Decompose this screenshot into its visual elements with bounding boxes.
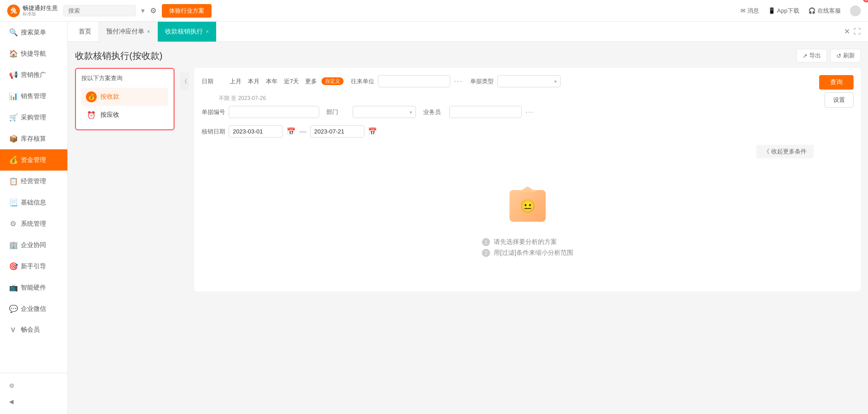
purchase-icon: 🛒 [9, 113, 17, 122]
dropdown-icon[interactable]: ▾ [141, 6, 145, 15]
sidebar-item-finance[interactable]: 💰 资金管理 [0, 149, 67, 171]
export-button[interactable]: ↗ 导出 [797, 49, 827, 62]
tab-receipt-cancel[interactable]: 收款核销执行 × [158, 22, 217, 42]
basic-icon: 📃 [9, 198, 17, 207]
filter-option-by-receipt[interactable]: 💰 按收款 [81, 88, 168, 106]
doc-no-field: 单据编号 [202, 106, 319, 118]
online-service-button[interactable]: 🎧 在线客服 [808, 7, 841, 15]
topbar-settings-icon[interactable]: ⚙ [150, 6, 156, 15]
collapse-more-button[interactable]: 《 收起更多条件 [756, 145, 814, 158]
wechat-icon: 💬 [9, 305, 17, 313]
refresh-button[interactable]: ↺ 刷新 [830, 49, 861, 62]
staff-input[interactable] [449, 106, 522, 118]
date-this-month[interactable]: 本月 [246, 76, 261, 86]
doc-type-label: 单据类型 [470, 77, 494, 86]
cancel-date-start[interactable] [229, 125, 283, 138]
tab-prepay[interactable]: 预付冲应付单 × [99, 22, 158, 42]
by-receipt-label: 按收款 [100, 93, 119, 101]
sidebar-item-member[interactable]: V 畅会员 [0, 319, 67, 340]
tip-1-text: 请先选择要分析的方案 [494, 238, 557, 246]
messages-button[interactable]: ✉ 消息 99+ [741, 7, 759, 15]
sidebar-item-hardware[interactable]: 📺 智能硬件 [0, 277, 67, 298]
cancel-date-end[interactable] [310, 125, 364, 138]
query-button[interactable]: 查询 [819, 75, 854, 90]
by-receivable-label: 按应收 [100, 111, 119, 119]
sidebar-item-basic[interactable]: 📃 基础信息 [0, 192, 67, 213]
sidebar-item-search[interactable]: 🔍 搜索菜单 [0, 22, 67, 43]
dept-select-wrapper[interactable] [353, 106, 416, 118]
by-receivable-icon: ⏰ [86, 109, 97, 120]
date-last-month[interactable]: 上月 [228, 76, 243, 86]
dept-select[interactable] [353, 106, 416, 118]
tab-prepay-label: 预付冲应付单 [106, 28, 144, 36]
tip-1-num: 1 [482, 238, 490, 246]
hardware-icon: 📺 [9, 283, 17, 292]
sidebar-item-wechat[interactable]: 💬 企业微信 [0, 298, 67, 319]
filter-option-by-receivable[interactable]: ⏰ 按应收 [81, 106, 168, 124]
collapse-icon: ◀ [9, 398, 14, 405]
counterparty-dots[interactable]: ··· [454, 77, 462, 86]
sidebar-item-guide[interactable]: 🎯 新手引导 [0, 256, 67, 277]
staff-dots[interactable]: ··· [525, 108, 534, 116]
sidebar-item-quick-nav[interactable]: 🏠 快捷导航 [0, 43, 67, 64]
tab-receipt-cancel-close[interactable]: × [206, 29, 209, 35]
sidebar-label-system: 系统管理 [21, 220, 46, 228]
doc-type-select-wrapper[interactable] [497, 75, 561, 87]
tab-receipt-cancel-label: 收款核销执行 [165, 28, 203, 36]
export-icon: ↗ [802, 52, 807, 59]
date-this-year[interactable]: 本年 [264, 76, 279, 86]
date-shortcuts: 上月 本月 本年 近7天 更多 自定义 [228, 76, 344, 86]
department-field: 部门 [326, 106, 416, 118]
sidebar-label-enterprise: 企业协同 [21, 241, 46, 249]
counterparty-input[interactable] [378, 75, 450, 87]
tip-2-num: 2 [482, 249, 490, 257]
collapse-more-label: 收起更多条件 [771, 148, 807, 156]
search-input[interactable] [63, 5, 136, 16]
message-icon: ✉ [741, 7, 745, 14]
user-avatar[interactable] [850, 5, 861, 16]
date-last-7days[interactable]: 近7天 [282, 76, 301, 86]
sidebar-item-system[interactable]: ⚙ 系统管理 [0, 213, 67, 234]
sidebar-settings-button[interactable]: ⚙ [0, 378, 67, 394]
filter-panel: 按以下方案查询 💰 按收款 ⏰ 按应收 [75, 68, 175, 130]
solution-button[interactable]: 体验行业方案 [162, 4, 212, 18]
tab-prepay-close[interactable]: × [147, 29, 150, 35]
tab-home[interactable]: 首页 [71, 22, 99, 42]
sidebar-label-hardware: 智能硬件 [21, 284, 46, 292]
doc-type-select[interactable] [497, 75, 561, 87]
sidebar-item-purchase[interactable]: 🛒 采购管理 [0, 107, 67, 128]
empty-image: 😐 [505, 186, 550, 231]
sidebar-item-business[interactable]: 📋 经营管理 [0, 171, 67, 192]
calendar-start-icon[interactable]: 📅 [287, 127, 296, 136]
staff-field: 业务员 ··· [423, 106, 534, 118]
service-label: 在线客服 [817, 7, 841, 15]
cancel-date-label: 核销日期 [202, 128, 225, 136]
calendar-end-icon[interactable]: 📅 [368, 127, 377, 136]
date-custom-badge[interactable]: 自定义 [321, 77, 344, 85]
empty-box-visual: 😐 [509, 190, 546, 222]
sidebar-item-inventory[interactable]: 📦 库存核算 [0, 128, 67, 149]
settings-query-button[interactable]: 设置 [825, 92, 854, 108]
sidebar-label-purchase: 采购管理 [21, 114, 46, 122]
sidebar-collapse-button[interactable]: ◀ [0, 394, 67, 409]
date-range-note: 不限 至 2023-07-26 [219, 95, 814, 102]
sidebar-collapse-filter-button[interactable]: 《 [180, 72, 189, 90]
guide-icon: 🎯 [9, 262, 17, 271]
tab-close-all-button[interactable]: ✕ [844, 27, 850, 36]
sidebar-item-sales[interactable]: 📊 销售管理 [0, 86, 67, 107]
doc-no-input[interactable] [229, 106, 319, 118]
app-badge: 标准版 [23, 11, 58, 17]
tab-maximize-button[interactable]: ⛶ [854, 28, 861, 36]
settings-bottom-icon: ⚙ [9, 382, 14, 389]
sidebar-label-marketing: 营销推广 [21, 71, 46, 79]
query-form: 日期 上月 本月 本年 近7天 更多 自定义 [194, 68, 861, 291]
inventory-icon: 📦 [9, 134, 17, 143]
search-icon: 🔍 [9, 28, 17, 37]
refresh-label: 刷新 [843, 52, 855, 60]
app-download-button[interactable]: 📱 App下载 [768, 7, 799, 15]
service-icon: 🎧 [808, 7, 816, 14]
sidebar-item-marketing[interactable]: 📢 营销推广 [0, 64, 67, 86]
app-name: 畅捷通好生意 [23, 5, 58, 12]
date-more[interactable]: 更多 [303, 76, 319, 86]
sidebar-item-enterprise[interactable]: 🏢 企业协同 [0, 234, 67, 256]
